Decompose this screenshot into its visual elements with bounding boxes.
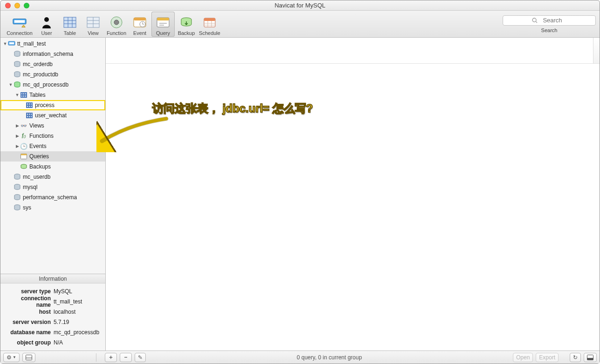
toolbar-group: Connection User Table View Function Even… <box>4 12 221 37</box>
tree-functions-label: Functions <box>29 133 54 139</box>
table-icon <box>62 15 77 29</box>
tree-tables-label: Tables <box>29 92 46 98</box>
connection-icon <box>12 15 27 29</box>
tree-db-mc-productdb[interactable]: mc_productdb <box>0 69 105 80</box>
backup-icon <box>179 15 194 29</box>
caret-down-icon[interactable]: ▼ <box>2 41 8 46</box>
refresh-button[interactable]: ↻ <box>570 353 581 362</box>
toolbar-table-label: Table <box>64 30 76 36</box>
toolbar-table[interactable]: Table <box>58 12 82 37</box>
tree-db-label: mc_orderdb <box>23 61 53 67</box>
tree-db-label: mc_productdb <box>23 71 58 78</box>
info-row: object groupN/A <box>5 337 101 348</box>
open-button[interactable]: Open <box>513 353 533 362</box>
info-val: 5.7.19 <box>54 319 69 325</box>
main-area: 访问这张表， jdbc.url= 怎么写? <box>106 38 600 351</box>
info-table: server typeMySQL connection namett_mall_… <box>0 283 105 351</box>
tree-db-mc-qd-processdb[interactable]: ▼ mc_qd_processdb <box>0 80 105 90</box>
backups-icon <box>20 163 27 170</box>
titlebar: Navicat for MySQL <box>0 0 600 11</box>
info-key: database name <box>5 329 54 336</box>
tree-db-performance-schema[interactable]: performance_schema <box>0 192 105 202</box>
statusbar-sep <box>96 353 96 362</box>
info-header: Information <box>0 274 105 283</box>
history-toggle-button[interactable] <box>22 353 35 362</box>
user-icon <box>39 15 54 29</box>
toolbar-view[interactable]: View <box>82 12 105 37</box>
statusbar-left: ⚙▼ <box>3 353 35 362</box>
remove-button[interactable]: － <box>120 353 132 362</box>
info-row: database namemc_qd_processdb <box>5 327 101 337</box>
connection-tree[interactable]: ▼ tt_mall_test information_schema mc_ord… <box>0 38 105 274</box>
tree-queries-folder[interactable]: Queries <box>0 151 105 162</box>
tree-db-mc-userdb[interactable]: mc_userdb <box>0 172 105 182</box>
settings-menu-button[interactable]: ⚙▼ <box>3 353 20 362</box>
tree-events-folder[interactable]: ▶ 🕒 Events <box>0 141 105 151</box>
info-val: tt_mall_test <box>54 298 82 305</box>
caret-down-icon[interactable]: ▼ <box>8 82 14 87</box>
pencil-icon: ✎ <box>138 354 143 361</box>
toolbar-backup-label: Backup <box>178 30 195 36</box>
chevron-down-icon: ▼ <box>13 355 16 359</box>
tree-db-sys[interactable]: sys <box>0 202 105 213</box>
toolbar-query[interactable]: Query <box>151 12 175 37</box>
panel-icon <box>26 355 32 360</box>
svg-rect-43 <box>26 355 32 360</box>
database-icon <box>14 173 21 181</box>
statusbar: ⚙▼ ＋ － ✎ 0 query, 0 in current group Ope… <box>0 351 600 364</box>
tree-db-mysql[interactable]: mysql <box>0 182 105 192</box>
info-row: hostlocalhost <box>5 307 101 317</box>
info-panel: Information server typeMySQL connection … <box>0 274 105 351</box>
tree-functions-folder[interactable]: ▶ f() Functions <box>0 131 105 141</box>
svg-rect-15 <box>134 18 146 20</box>
toolbar-backup[interactable]: Backup <box>175 12 198 37</box>
tree-db-information-schema[interactable]: information_schema <box>0 49 105 59</box>
export-button[interactable]: Export <box>536 353 559 362</box>
function-icon <box>109 15 124 29</box>
search-box[interactable] <box>503 15 596 26</box>
connection-icon <box>8 40 15 47</box>
toolbar-schedule-label: Schedule <box>199 30 220 36</box>
toolbar-user-label: User <box>41 30 52 36</box>
tree-db-label: mysql <box>23 184 37 190</box>
toggle-info-button[interactable] <box>584 353 597 362</box>
database-icon <box>14 50 21 58</box>
caret-right-icon[interactable]: ▶ <box>14 123 20 128</box>
gear-icon: ⚙ <box>7 354 12 361</box>
tree-tables-folder[interactable]: ▼ Tables <box>0 90 105 100</box>
edit-button[interactable]: ✎ <box>135 353 146 362</box>
toolbar-event[interactable]: Event <box>128 12 151 37</box>
tree-table-user-wechat[interactable]: user_wechat <box>0 110 105 121</box>
caret-right-icon[interactable]: ▶ <box>14 134 20 138</box>
database-open-icon <box>14 81 21 88</box>
plus-icon: ＋ <box>108 353 114 361</box>
add-button[interactable]: ＋ <box>105 353 117 362</box>
tree-connection[interactable]: ▼ tt_mall_test <box>0 39 105 49</box>
tree-backups-folder[interactable]: Backups <box>0 162 105 172</box>
toolbar-function[interactable]: Function <box>105 12 128 37</box>
tree-views-folder[interactable]: ▶ 👓 Views <box>0 121 105 131</box>
table-icon <box>26 112 33 119</box>
tree-table-process[interactable]: process <box>0 100 105 110</box>
arrow-icon <box>96 115 171 152</box>
table-group-icon <box>20 91 27 99</box>
svg-line-29 <box>536 21 537 23</box>
svg-rect-46 <box>587 358 593 360</box>
info-key: connection name <box>5 295 54 308</box>
caret-right-icon[interactable]: ▶ <box>14 144 20 148</box>
panel-bottom-icon <box>587 355 593 360</box>
info-val: mc_qd_processdb <box>54 329 99 336</box>
table-icon <box>26 101 33 109</box>
functions-icon: f() <box>20 132 27 140</box>
tree-events-label: Events <box>29 143 47 149</box>
toolbar-event-label: Event <box>133 30 146 36</box>
toolbar-schedule[interactable]: Schedule <box>198 12 221 37</box>
toolbar-user[interactable]: User <box>35 12 58 37</box>
tree-db-mc-orderdb[interactable]: mc_orderdb <box>0 59 105 69</box>
search-input[interactable] <box>539 17 566 24</box>
caret-down-icon[interactable]: ▼ <box>14 93 20 97</box>
refresh-icon: ↻ <box>573 354 578 361</box>
tree-db-label: mc_userdb <box>23 174 50 180</box>
toolbar-connection[interactable]: Connection <box>4 12 35 37</box>
main-content: 访问这张表， jdbc.url= 怎么写? <box>106 64 600 351</box>
